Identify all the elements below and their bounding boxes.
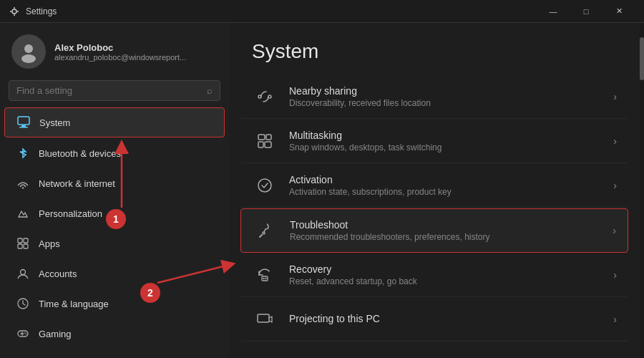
window-controls: — □ ✕ — [537, 0, 635, 23]
svg-rect-11 — [19, 127, 28, 128]
page-title: System — [252, 40, 617, 63]
settings-list: Nearby sharing Discoverability, received… — [229, 69, 640, 358]
activation-desc: Activation state, subscriptions, product… — [289, 187, 613, 197]
scrollbar-thumb[interactable] — [640, 37, 644, 80]
svg-rect-14 — [24, 238, 28, 243]
svg-point-21 — [26, 334, 27, 335]
content-header: System — [229, 23, 640, 69]
multitasking-chevron: › — [613, 135, 617, 147]
svg-point-5 — [10, 11, 11, 12]
nearby-sharing-chevron: › — [613, 91, 617, 102]
search-icon: ⌕ — [207, 85, 213, 96]
svg-point-8 — [21, 54, 36, 63]
svg-rect-16 — [24, 244, 28, 248]
activation-name: Activation — [289, 174, 613, 185]
sidebar-item-label-bluetooth: Bluetooth & devices — [39, 148, 121, 159]
title-bar: Settings — □ ✕ — [0, 0, 644, 23]
annotation-2: 2 — [140, 283, 160, 303]
setting-activation[interactable]: Activation Activation state, subscriptio… — [240, 164, 628, 208]
svg-point-3 — [14, 7, 15, 9]
sidebar-item-label-network: Network & internet — [39, 178, 115, 189]
sidebar-item-apps[interactable]: Apps — [4, 229, 225, 258]
sidebar-item-label-timelang: Time & language — [39, 299, 109, 309]
svg-point-6 — [17, 11, 19, 12]
svg-point-4 — [14, 14, 15, 16]
svg-point-22 — [258, 95, 261, 98]
projecting-text: Projecting to this PC — [289, 313, 613, 326]
svg-point-7 — [24, 44, 33, 53]
sidebar-item-gaming[interactable]: Gaming — [4, 319, 225, 348]
sidebar-item-accounts[interactable]: Accounts — [4, 259, 225, 288]
setting-projecting[interactable]: Projecting to this PC › — [240, 298, 628, 342]
search-box[interactable]: ⌕ — [9, 80, 220, 101]
setting-recovery[interactable]: Recovery Reset, advanced startup, go bac… — [240, 253, 628, 297]
content-area: System Nearby sharing Discoverability, r… — [229, 23, 640, 358]
activation-text: Activation Activation state, subscriptio… — [289, 174, 613, 197]
svg-rect-24 — [258, 135, 265, 140]
svg-point-2 — [12, 9, 16, 14]
user-info: Alex Poloboc alexandru_poloboc@windowsre… — [54, 42, 218, 62]
projecting-icon — [252, 306, 278, 332]
svg-rect-25 — [266, 135, 271, 140]
main-layout: Alex Poloboc alexandru_poloboc@windowsre… — [0, 23, 644, 358]
user-profile[interactable]: Alex Poloboc alexandru_poloboc@windowsre… — [0, 23, 229, 77]
setting-nearby-sharing[interactable]: Nearby sharing Discoverability, received… — [240, 75, 628, 119]
scrollbar-track[interactable] — [640, 23, 644, 358]
projecting-chevron: › — [613, 314, 617, 325]
activation-chevron: › — [613, 180, 617, 191]
sidebar-item-timelang[interactable]: Time & language — [4, 289, 225, 318]
sidebar-item-network[interactable]: Network & internet — [4, 169, 225, 198]
recovery-desc: Reset, advanced startup, go back — [289, 276, 613, 286]
accounts-icon — [16, 266, 30, 281]
svg-point-12 — [22, 187, 24, 188]
apps-icon — [16, 236, 30, 251]
projecting-name: Projecting to this PC — [289, 313, 613, 324]
nearby-sharing-name: Nearby sharing — [289, 85, 613, 97]
sidebar: Alex Poloboc alexandru_poloboc@windowsre… — [0, 23, 229, 358]
svg-rect-31 — [263, 278, 265, 279]
troubleshoot-name: Troubleshoot — [290, 219, 613, 231]
activation-icon — [252, 173, 278, 198]
svg-rect-33 — [258, 314, 269, 322]
sidebar-item-label-accounts: Accounts — [39, 268, 77, 279]
setting-troubleshoot[interactable]: Troubleshoot Recommended troubleshooters… — [240, 208, 628, 253]
recovery-name: Recovery — [289, 263, 613, 275]
recovery-icon — [252, 262, 278, 288]
troubleshoot-icon — [253, 218, 278, 243]
maximize-button[interactable]: □ — [570, 0, 602, 23]
sidebar-item-label-apps: Apps — [39, 238, 60, 249]
recovery-text: Recovery Reset, advanced startup, go bac… — [289, 263, 613, 286]
avatar — [11, 34, 46, 69]
search-input[interactable] — [16, 85, 201, 96]
sidebar-item-label-gaming: Gaming — [39, 329, 72, 339]
window-title: Settings — [26, 6, 57, 16]
svg-rect-9 — [18, 117, 29, 125]
system-icon — [16, 115, 31, 130]
setting-multitasking[interactable]: Multitasking Snap windows, desktops, tas… — [240, 120, 628, 163]
settings-window-icon — [9, 6, 20, 17]
svg-rect-32 — [265, 278, 267, 279]
multitasking-desc: Snap windows, desktops, task switching — [289, 142, 613, 153]
close-button[interactable]: ✕ — [602, 0, 635, 23]
svg-rect-10 — [21, 125, 26, 127]
nearby-sharing-icon — [252, 84, 278, 110]
gaming-icon — [16, 326, 30, 341]
bluetooth-icon — [16, 146, 30, 160]
minimize-button[interactable]: — — [537, 0, 570, 23]
recovery-chevron: › — [613, 269, 617, 281]
svg-rect-13 — [18, 238, 22, 243]
svg-point-23 — [268, 95, 271, 98]
multitasking-name: Multitasking — [289, 130, 613, 141]
nearby-sharing-text: Nearby sharing Discoverability, received… — [289, 85, 613, 108]
troubleshoot-desc: Recommended troubleshooters, preferences… — [290, 232, 613, 242]
personalization-icon — [16, 206, 30, 221]
user-email: alexandru_poloboc@windowsreport... — [54, 53, 218, 62]
timelang-icon — [16, 296, 30, 311]
sidebar-item-bluetooth[interactable]: Bluetooth & devices — [4, 139, 225, 168]
sidebar-item-system[interactable]: System — [4, 107, 225, 137]
annotation-1: 1 — [106, 209, 126, 229]
svg-rect-30 — [262, 276, 268, 281]
multitasking-text: Multitasking Snap windows, desktops, tas… — [289, 130, 613, 153]
sidebar-item-label-system: System — [39, 117, 70, 128]
sidebar-item-label-personalization: Personalization — [39, 208, 102, 219]
